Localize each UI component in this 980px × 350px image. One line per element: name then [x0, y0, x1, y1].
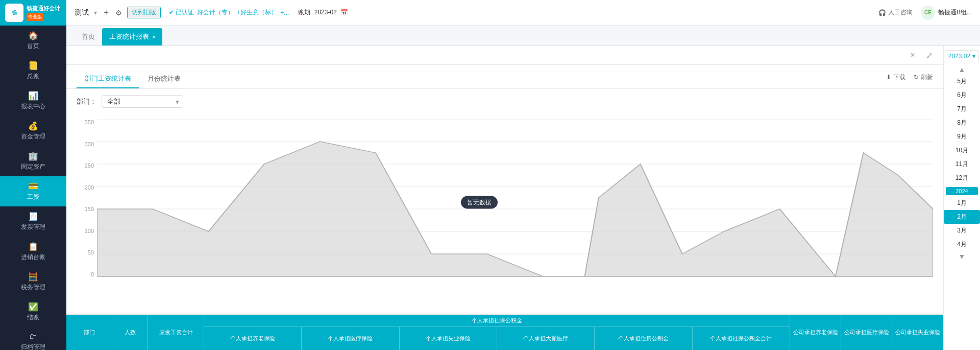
- main-area: 测试 ▾ ＋ ⚙ 切到旧版 ✔ 已认证 好会计（专） +好生意（标） +... …: [66, 0, 980, 350]
- tab-close-icon[interactable]: ×: [152, 34, 155, 40]
- y-axis: 0 50 100 150 200 250 300 350: [77, 119, 97, 277]
- window-controls: × ⤢: [906, 49, 939, 61]
- sidebar-item-salary[interactable]: 💳 工资: [0, 176, 66, 206]
- y-label-100: 100: [77, 228, 97, 234]
- sidebar-item-invoice[interactable]: 🧾 发票管理: [0, 206, 66, 237]
- subtab-left: 部门工资统计表 月份统计表: [77, 70, 189, 88]
- month-4[interactable]: 4月: [944, 238, 980, 251]
- subtab-dept-salary[interactable]: 部门工资统计表: [77, 70, 139, 88]
- y-label-250: 250: [77, 162, 97, 169]
- y-label-0: 0: [77, 271, 97, 277]
- ledger-icon: 📒: [28, 61, 38, 71]
- sidebar-item-tax[interactable]: 🧮 税务管理: [0, 267, 66, 297]
- switch-old-mode-button[interactable]: 切到旧版: [127, 7, 161, 18]
- th-total-salary: 应发工资合计: [148, 315, 204, 350]
- month-8[interactable]: 8月: [944, 116, 980, 130]
- topbar-settings-icon[interactable]: ⚙: [115, 9, 122, 17]
- subtab-bar: 部门工资统计表 月份统计表 ⬇ 下载 ↻ 刷新: [66, 65, 943, 89]
- close-window-button[interactable]: ×: [906, 49, 919, 61]
- content-area: × ⤢ 部门工资统计表 月份统计表 ⬇ 下载: [66, 46, 980, 350]
- sidebar-item-close[interactable]: ✅ 结账: [0, 297, 66, 327]
- user-menu[interactable]: CE 畅捷通B组...: [921, 6, 972, 20]
- invoice-icon: 🧾: [28, 212, 38, 221]
- funds-icon: 💰: [28, 121, 38, 131]
- topbar-add-button[interactable]: ＋: [102, 7, 110, 18]
- content-main: × ⤢ 部门工资统计表 月份统计表 ⬇ 下载: [66, 46, 943, 350]
- topbar-tags: ✔ 已认证 好会计（专） +好生意（标） +...: [169, 8, 289, 17]
- home-icon: 🏠: [28, 31, 38, 40]
- reports-icon: 📊: [28, 91, 38, 101]
- date-panel-header[interactable]: 2023.02 ▾: [945, 50, 979, 62]
- tab-home[interactable]: 首页: [75, 28, 102, 45]
- th-group-personal-children: 个人承担养老保险 个人承担医疗保险 个人承担失业保险 个人承担大额医疗 个人承担…: [204, 327, 790, 350]
- refresh-button[interactable]: ↻ 刷新: [914, 73, 933, 82]
- sidebar-item-assets[interactable]: 🏢 固定资产: [0, 146, 66, 176]
- th-group-personal: 个人承担社保公积金 个人承担养老保险 个人承担医疗保险 个人承担失业保险 个人承…: [204, 315, 790, 350]
- sidebar-item-home[interactable]: 🏠 首页: [0, 26, 66, 56]
- subtab-right: ⬇ 下载 ↻ 刷新: [886, 73, 933, 86]
- th-group-personal-title: 个人承担社保公积金: [204, 315, 790, 327]
- sidebar-item-ledger[interactable]: 📒 总账: [0, 56, 66, 86]
- certified-tag: ✔ 已认证: [169, 8, 194, 17]
- dept-filter-label: 部门：: [77, 97, 96, 106]
- chart-container: 0 50 100 150 200 250 300 350: [77, 119, 933, 293]
- service-button[interactable]: 🎧 人工咨询: [878, 8, 913, 17]
- month-1[interactable]: 1月: [944, 196, 980, 210]
- close-acct-icon: ✅: [28, 302, 38, 312]
- archive-icon: 🗂: [29, 332, 37, 341]
- table-header: 部门 人数 应发工资合计 个人承担社保公积金 个人承担养老保险 个人承担医疗保险…: [66, 314, 943, 350]
- month-7[interactable]: 7月: [944, 102, 980, 116]
- tab-salary-report[interactable]: 工资统计报表 ×: [102, 28, 162, 45]
- tax-icon: 🧮: [28, 272, 38, 282]
- download-button[interactable]: ⬇ 下载: [886, 73, 905, 82]
- th-personal-pension: 个人承担养老保险: [204, 327, 302, 350]
- month-11[interactable]: 11月: [944, 157, 980, 171]
- sidebar-nav: 🏠 首页 📒 总账 📊 报表中心 💰 资金管理 🏢 固定资产 💳 工资 🧾 发票…: [0, 26, 66, 350]
- y-label-200: 200: [77, 184, 97, 191]
- sidebar-item-trade[interactable]: 📋 进销台账: [0, 237, 66, 267]
- dept-filter-select[interactable]: 全部 部门A 部门B: [102, 95, 183, 108]
- year-badge-2024: 2024: [946, 187, 978, 195]
- avatar: CE: [921, 6, 935, 20]
- calendar-icon[interactable]: 📅: [340, 9, 348, 16]
- filter-bar: 部门： 全部 部门A 部门B: [66, 89, 943, 114]
- sidebar-item-reports[interactable]: 📊 报表中心: [0, 86, 66, 116]
- th-personal-unemployment: 个人承担失业保险: [400, 327, 497, 350]
- chart-svg-wrapper: [97, 119, 933, 277]
- y-label-50: 50: [77, 249, 97, 255]
- topbar-title: 测试: [75, 8, 89, 17]
- month-3[interactable]: 3月: [944, 224, 980, 238]
- y-label-350: 350: [77, 119, 97, 125]
- th-personal-total: 个人承担社保公积金合计: [693, 327, 790, 350]
- headset-icon: 🎧: [878, 9, 886, 16]
- month-6[interactable]: 6月: [944, 88, 980, 102]
- month-2-active[interactable]: 2月: [944, 210, 980, 224]
- th-personal-medical: 个人承担医疗保险: [302, 327, 399, 350]
- window-controls-bar: × ⤢: [66, 46, 943, 65]
- date-nav-up[interactable]: ▲: [944, 64, 980, 75]
- th-personal-major-medical: 个人承担大额医疗: [497, 327, 595, 350]
- month-9[interactable]: 9月: [944, 130, 980, 144]
- refresh-icon: ↻: [914, 74, 919, 81]
- subtab-monthly[interactable]: 月份统计表: [139, 70, 189, 88]
- topbar-right: 🎧 人工咨询 CE 畅捷通B组...: [878, 6, 972, 20]
- month-10[interactable]: 10月: [944, 144, 980, 157]
- month-12[interactable]: 12月: [944, 171, 980, 185]
- chart-area: 0 50 100 150 200 250 300 350: [66, 114, 943, 314]
- month-5[interactable]: 5月: [944, 75, 980, 88]
- expand-window-button[interactable]: ⤢: [923, 49, 935, 61]
- date-nav-down[interactable]: ▼: [944, 251, 980, 262]
- sidebar-logo: 畅 畅捷通好会计 专业版: [0, 0, 66, 26]
- trade-icon: 📋: [28, 242, 38, 251]
- date-nav: ▲ 5月 6月 7月 8月 9月 10月 11月 12月 2024 1月 2月 …: [944, 64, 980, 262]
- sidebar: 畅 畅捷通好会计 专业版 🏠 首页 📒 总账 📊 报表中心 💰 资金管理 🏢 固…: [0, 0, 66, 350]
- period-label: 账期 2023-02 📅: [298, 8, 348, 17]
- sidebar-item-funds[interactable]: 💰 资金管理: [0, 116, 66, 146]
- tag-haoshengyi: +好生意（标）: [237, 8, 277, 17]
- chart-svg: [97, 119, 933, 277]
- topbar-dropdown-arrow[interactable]: ▾: [94, 9, 97, 16]
- th-company-medical: 公司承担医疗保险: [841, 315, 892, 350]
- logo-text: 畅捷通好会计 专业版: [27, 5, 60, 21]
- assets-icon: 🏢: [28, 151, 38, 161]
- sidebar-item-archive[interactable]: 🗂 归档管理: [0, 327, 66, 350]
